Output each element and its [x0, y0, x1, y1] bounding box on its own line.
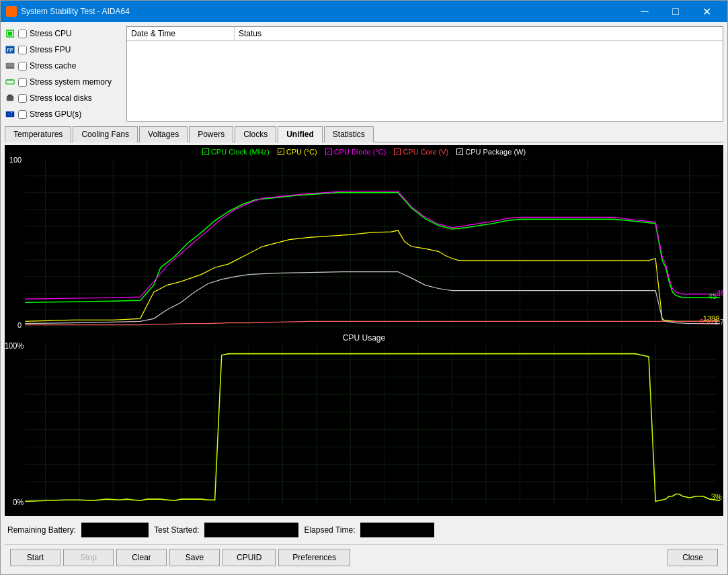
preferences-button[interactable]: Preferences [278, 549, 350, 566]
battery-value [81, 523, 149, 537]
stress-local-checkbox[interactable] [18, 94, 27, 103]
svg-text:45: 45 [709, 292, 717, 300]
tab-voltages[interactable]: Voltages [139, 126, 188, 142]
stress-item-memory: Stress system memory [5, 75, 122, 89]
svg-rect-14 [11, 112, 12, 113]
legend-cpu-core[interactable]: ✓ CPU Core (V) [394, 148, 448, 156]
stress-local-label: Stress local disks [30, 93, 92, 103]
start-button[interactable]: Start [10, 549, 60, 566]
elapsed-value [360, 523, 434, 537]
stress-memory-checkbox[interactable] [18, 78, 27, 87]
main-window: System Stability Test - AIDA64 ─ □ ✕ Str… [0, 0, 728, 575]
stress-memory-label: Stress system memory [30, 77, 112, 87]
legend-cpu-temp-check[interactable]: ✓ [278, 148, 284, 155]
log-header: Date & Time Status [127, 27, 723, 41]
log-date-header: Date & Time [127, 27, 235, 40]
tab-bar: Temperatures Cooling Fans Voltages Power… [5, 126, 723, 142]
bottom-chart: 100% 0% 3% CPU Usage [5, 330, 723, 516]
svg-rect-5 [6, 67, 14, 69]
legend-cpu-temp[interactable]: ✓ CPU (°C) [278, 148, 317, 156]
svg-rect-11 [8, 95, 12, 97]
legend-cpu-package-label: CPU Package (W) [465, 148, 526, 156]
legend-cpu-diode-label: CPU Diode (°C) [334, 148, 387, 156]
legend-cpu-core-check[interactable]: ✓ [394, 148, 401, 155]
elapsed-label: Elapsed Time: [304, 525, 355, 535]
stress-gpu-checkbox[interactable] [18, 110, 27, 119]
save-button[interactable]: Save [169, 549, 220, 566]
cache-icon [5, 60, 15, 71]
legend-cpu-diode-check[interactable]: ✓ [325, 148, 332, 155]
top-chart: 100 0 45 46 1399 0.912 [5, 145, 723, 330]
svg-rect-9 [11, 79, 13, 81]
svg-rect-8 [9, 79, 11, 81]
stop-button[interactable]: Stop [63, 549, 114, 566]
top-section: Stress CPU FP Stress FPU Stress cac [5, 26, 723, 122]
maximize-button[interactable]: □ [660, 1, 691, 22]
legend-cpu-clock-check[interactable]: ✓ [202, 148, 209, 155]
button-bar: Start Stop Clear Save CPUID Preferences … [5, 544, 723, 570]
svg-rect-7 [7, 79, 9, 81]
stress-cpu-checkbox[interactable] [18, 30, 27, 38]
tab-clocks[interactable]: Clocks [235, 126, 276, 142]
svg-rect-13 [7, 113, 10, 116]
svg-text:1.71: 1.71 [714, 317, 723, 325]
stress-fpu-label: Stress FPU [30, 45, 71, 54]
stress-item-cache: Stress cache [5, 58, 122, 73]
tab-powers[interactable]: Powers [189, 126, 233, 142]
svg-rect-15 [11, 114, 12, 114]
started-value [204, 523, 298, 537]
legend-cpu-package-check[interactable]: ✓ [456, 148, 463, 155]
close-window-button[interactable]: ✕ [691, 1, 722, 22]
fpu-icon: FP [5, 44, 15, 55]
disk-icon [5, 93, 15, 103]
title-bar: System Stability Test - AIDA64 ─ □ ✕ [1, 1, 727, 22]
close-button[interactable]: Close [668, 549, 718, 566]
main-content: Stress CPU FP Stress FPU Stress cac [1, 22, 727, 574]
window-title: System Stability Test - AIDA64 [21, 7, 625, 16]
svg-text:3%: 3% [711, 493, 722, 501]
minimize-button[interactable]: ─ [629, 1, 660, 22]
log-panel: Date & Time Status [126, 26, 723, 122]
stress-cache-label: Stress cache [30, 61, 76, 71]
gpu-icon [5, 109, 15, 120]
tab-cooling[interactable]: Cooling Fans [73, 126, 138, 142]
svg-text:FP: FP [7, 48, 13, 52]
svg-text:46: 46 [717, 289, 723, 297]
btn-group-left: Start Stop Clear Save CPUID Preferences [10, 549, 350, 566]
legend-cpu-clock[interactable]: ✓ CPU Clock (MHz) [202, 148, 270, 156]
clear-button[interactable]: Clear [116, 549, 167, 566]
stress-fpu-checkbox[interactable] [18, 46, 27, 54]
cpuid-button[interactable]: CPUID [223, 549, 276, 566]
stress-item-cpu: Stress CPU [5, 26, 122, 41]
bottom-chart-svg: 100% 0% 3% [5, 330, 723, 516]
stress-item-local: Stress local disks [5, 91, 122, 105]
svg-rect-55 [5, 330, 723, 516]
legend-cpu-package[interactable]: ✓ CPU Package (W) [456, 148, 526, 156]
legend-cpu-clock-label: CPU Clock (MHz) [211, 148, 270, 156]
log-body [127, 41, 723, 121]
svg-rect-17 [5, 145, 723, 330]
log-status-header: Status [235, 27, 723, 40]
stress-cpu-label: Stress CPU [30, 29, 72, 38]
charts-section: 100 0 45 46 1399 0.912 [5, 145, 723, 516]
legend-cpu-temp-label: CPU (°C) [286, 148, 317, 156]
top-chart-svg: 100 0 45 46 1399 0.912 [5, 145, 723, 330]
tab-temperatures[interactable]: Temperatures [5, 126, 71, 142]
svg-text:0%: 0% [13, 498, 24, 506]
stress-gpu-label: Stress GPU(s) [30, 109, 81, 119]
legend-cpu-diode[interactable]: ✓ CPU Diode (°C) [325, 148, 387, 156]
window-controls: ─ □ ✕ [629, 1, 722, 22]
bottom-chart-title: CPU Usage [5, 333, 723, 343]
stress-item-fpu: FP Stress FPU [5, 42, 122, 57]
app-icon [6, 6, 17, 17]
top-chart-legend: ✓ CPU Clock (MHz) ✓ CPU (°C) ✓ CPU Diode… [5, 148, 723, 156]
svg-rect-4 [6, 63, 14, 66]
stress-panel: Stress CPU FP Stress FPU Stress cac [5, 26, 122, 122]
tab-unified[interactable]: Unified [278, 126, 323, 142]
svg-rect-1 [8, 32, 12, 36]
cpu-icon [5, 28, 15, 39]
tab-statistics[interactable]: Statistics [324, 126, 374, 142]
svg-text:100: 100 [9, 156, 22, 164]
stress-cache-checkbox[interactable] [18, 62, 27, 71]
tabs-section: Temperatures Cooling Fans Voltages Power… [5, 126, 723, 142]
